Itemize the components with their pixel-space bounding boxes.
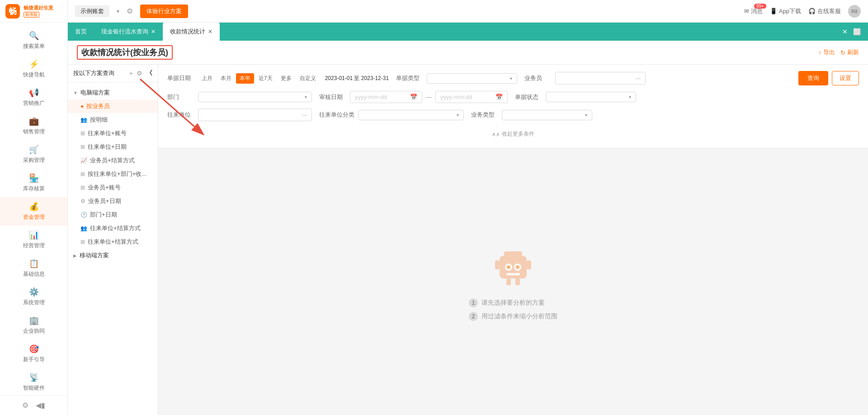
date-range-display: 2023-01-01 至 2023-12-31 [325,75,389,82]
review-date-from-input[interactable]: yyyy-mm-dd 📅 [350,91,422,103]
sidebar-item-quick-nav[interactable]: ⚡ 快捷导航 [0,55,67,83]
sidebar-item-finance[interactable]: 💰 资金管理 [0,197,67,226]
salesperson-more-icon[interactable]: ··· [635,75,641,82]
voucher-type-select[interactable]: ▾ [427,73,517,84]
voucher-status-select[interactable]: ▾ [546,92,636,102]
unit-account-icon: ⊞ [80,130,85,137]
review-date-from-value: yyyy-mm-dd [355,94,407,100]
tree-item-salesperson-date[interactable]: ⚙ 业务员+日期 [68,194,158,208]
dept-filter-item: 部门 ▾ [167,92,312,102]
sidebar-item-hardware[interactable]: 📡 智能硬件 [0,368,67,395]
sidebar-item-guide[interactable]: 🎯 新手引导 [0,340,67,368]
desktop-scheme-header[interactable]: ▼ 电脑端方案 [68,86,158,99]
salesperson-select[interactable]: ··· [555,72,646,85]
refresh-button[interactable]: ↻ 刷新 [840,48,859,57]
date-tab-custom[interactable]: 自定义 [296,73,320,84]
filter-settings-button[interactable]: 设置 [832,71,859,85]
sidebar-item-purchase[interactable]: 🛒 采购管理 [0,140,67,169]
salesperson-settle-icon: 📈 [80,157,87,164]
business-type-select[interactable]: ▾ [502,110,592,120]
online-service-label: 在线客服 [817,7,841,15]
sidebar-item-system[interactable]: ⚙️ 系统管理 [0,283,67,311]
sidebar-item-basic-info[interactable]: 📋 基础信息 [0,254,67,283]
sidebar: 畅 畅捷通好生意 标准版 🔍 搜索菜单 ⚡ 快捷导航 📢 营销推广 💼 销售管理… [0,0,68,415]
scheme-settings-icon[interactable]: ⚙ [137,70,142,77]
topbar-settings-icon[interactable]: ⚙ [127,7,133,15]
collapse-filter-button[interactable]: ∧∧ 收起更多条件 [492,130,534,138]
sidebar-item-sales[interactable]: 💼 销售管理 [0,112,67,140]
tree-item-unit-account[interactable]: ⊞ 往来单位+账号 [68,127,158,140]
app-download-btn[interactable]: 📱 App下载 [770,7,801,15]
sidebar-collapse-icon[interactable]: ◀▮ [36,401,45,410]
tree-item-salesperson-settle[interactable]: 📈 业务员+结算方式 [68,154,158,167]
tree-item-label: 按明细 [90,116,108,124]
content-body: 按以下方案查询 + ⚙ 《 ▼ 电脑端方案 [68,65,868,415]
sidebar-item-marketing[interactable]: 📢 营销推广 [0,83,67,112]
review-date-to-input[interactable]: yyyy-mm-dd 📅 [435,91,508,103]
tab-home[interactable]: 首页 [68,23,94,41]
user-avatar[interactable]: Rit [848,5,861,18]
notification-bell[interactable]: ✉ 消息 99+ [744,7,763,15]
party-category-label: 往来单位分类 [319,111,354,119]
mobile-scheme-header[interactable]: ▶ 移动端方案 [68,249,158,262]
workspace-label[interactable]: 示例账套 [75,5,109,17]
message-icon: ✉ [744,8,749,14]
workspace-dropdown-arrow[interactable]: ▾ [117,8,119,14]
calendar-from-icon[interactable]: 📅 [410,94,417,100]
tree-item-label: 按往来单位+部门+收... [88,170,146,178]
logo-icon: 畅 [5,4,20,19]
tree-item-by-salesperson[interactable]: ● 按业务员 [68,99,158,113]
search-menu-icon: 🔍 [29,31,39,41]
svg-rect-8 [527,260,531,269]
tree-item-dept-date[interactable]: 🕐 部门+日期 [68,208,158,222]
date-tab-this-year[interactable]: 本年 [236,73,254,84]
sidebar-item-label: 企业协同 [23,327,45,335]
export-label: 导出 [823,48,835,57]
tree-item-unit-settle2[interactable]: ⊞ 往来单位+结算方式 [68,235,158,249]
sidebar-nav: 🔍 搜索菜单 ⚡ 快捷导航 📢 营销推广 💼 销售管理 🛒 采购管理 🏪 库存核… [0,23,67,395]
tab-collection-stats[interactable]: 收款情况统计 ✕ [163,23,220,41]
collapse-row: ∧∧ 收起更多条件 [167,127,859,141]
date-tab-more[interactable]: 更多 [277,73,295,84]
tree-item-unit-date[interactable]: ⊞ 往来单位+日期 [68,140,158,154]
tab-bank-flow[interactable]: 现金银行流水查询 ✕ [94,23,163,41]
tabbar-end: ✕ ⬜ [842,28,868,35]
tree-item-unit-settle1[interactable]: 👥 往来单位+结算方式 [68,222,158,235]
add-scheme-icon[interactable]: + [129,70,133,77]
tab-maximize-icon[interactable]: ⬜ [853,28,861,35]
sidebar-item-enterprise[interactable]: 🏢 企业协同 [0,311,67,340]
sidebar-item-operations[interactable]: 📊 经营管理 [0,226,67,254]
party-more-icon[interactable]: ··· [302,111,307,118]
tree-item-salesperson-account[interactable]: ⊞ 业务员+账号 [68,181,158,194]
online-service-icon: 🎧 [808,8,816,14]
trial-industry-button[interactable]: 体验行业方案 [140,5,188,18]
guide-icon: 🎯 [29,344,39,354]
party-select[interactable]: ··· [198,108,312,121]
filter-row-1: 单据日期 上月 本月 本年 近7天 更多 自定义 2023-01-01 至 20… [167,71,859,85]
tab-close-all-icon[interactable]: ✕ [842,28,848,35]
sidebar-item-search-menu[interactable]: 🔍 搜索菜单 [0,26,67,55]
online-service-btn[interactable]: 🎧 在线客服 [808,7,841,15]
sidebar-item-label: 搜索菜单 [23,42,45,50]
tree-item-unit-dept-collect[interactable]: ⊞ 按往来单位+部门+收... [68,167,158,181]
empty-robot-icon [491,242,536,288]
export-button[interactable]: ↑ 导出 [819,48,835,57]
sidebar-item-inventory[interactable]: 🏪 库存核算 [0,169,67,197]
tree-item-label: 往来单位+日期 [88,143,127,151]
date-tab-this-month[interactable]: 本月 [217,73,235,84]
mobile-scheme-group: ▶ 移动端方案 [68,249,158,262]
dept-select[interactable]: ▾ [198,92,312,102]
calendar-to-icon[interactable]: 📅 [495,94,503,100]
sidebar-settings-icon[interactable]: ⚙ [22,401,28,410]
query-button[interactable]: 查询 [798,71,828,85]
tree-item-by-detail[interactable]: 👥 按明细 [68,113,158,127]
party-category-select[interactable]: ▾ [358,110,464,120]
date-tab-7days[interactable]: 近7天 [255,73,276,84]
date-tab-last-month[interactable]: 上月 [198,73,216,84]
tab-collection-stats-close[interactable]: ✕ [208,28,212,35]
date-dash: — [426,94,432,100]
tab-bank-flow-close[interactable]: ✕ [151,28,156,35]
hint-text-2: 用过滤条件来缩小分析范围 [481,312,557,321]
panel-collapse-icon[interactable]: 《 [146,69,152,77]
tree-item-label: 业务员+账号 [88,184,121,192]
